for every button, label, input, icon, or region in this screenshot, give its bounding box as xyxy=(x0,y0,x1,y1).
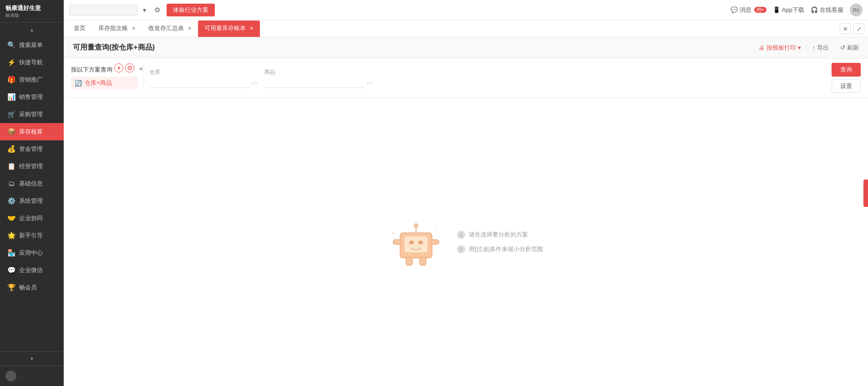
warehouse-more-btn[interactable]: ··· xyxy=(251,79,257,87)
sidebar-item-finance[interactable]: 💰 资金管理 xyxy=(0,140,64,158)
sidebar-item-label: 销售管理 xyxy=(19,93,43,101)
filter-settings-btn[interactable]: ⚙ xyxy=(125,63,134,72)
sidebar-item-label: 基础信息 xyxy=(19,180,43,188)
user-name-display: Rit xyxy=(853,7,859,13)
sidebar-item-label: 资金管理 xyxy=(19,145,43,153)
sidebar-item-inventory[interactable]: 📦 库存核算 xyxy=(0,123,64,140)
filter-scheme-header: 按以下方案查询 + ⚙ « xyxy=(71,63,138,74)
sidebar-item-operation[interactable]: 📋 经营管理 xyxy=(0,158,64,175)
svg-rect-2 xyxy=(409,241,414,244)
empty-svg: ✦ ✦ xyxy=(389,215,443,269)
online-service-btn[interactable]: 🎧 在线客服 xyxy=(811,6,843,14)
tabs-expand-btn[interactable]: ⤢ xyxy=(853,23,864,34)
export-btn[interactable]: ↑ 导出 xyxy=(812,44,829,52)
sidebar-item-base[interactable]: 🗂 基础信息 xyxy=(0,175,64,192)
online-service-label: 在线客服 xyxy=(820,6,843,14)
empty-tip-2: 2 用[过滤]条件来缩小分析范围 xyxy=(457,245,543,253)
filter-area: 按以下方案查询 + ⚙ « 🔄 仓库+商品 仓库 xyxy=(64,58,868,98)
tab-batch-account[interactable]: 库存批次账 ✕ xyxy=(92,21,142,37)
goods-more-btn[interactable]: ··· xyxy=(366,79,372,87)
message-badge: 99+ xyxy=(754,7,766,13)
tab-collect-summary[interactable]: 收发存汇总表 ✕ xyxy=(142,21,198,37)
message-label: 消息 xyxy=(740,6,751,14)
sidebar-item-search[interactable]: 🔍 搜索菜单 xyxy=(0,36,64,54)
finance-icon: 💰 xyxy=(7,145,15,153)
right-edge-handle[interactable] xyxy=(863,180,868,207)
sidebar-item-label: 搜索菜单 xyxy=(19,41,43,49)
warehouse-input[interactable] xyxy=(149,78,249,88)
tabs-bar-right: ✕ ⤢ xyxy=(840,23,864,34)
sidebar-item-sales[interactable]: 📊 销售管理 xyxy=(0,88,64,106)
tab-label: 可用量库存账本 xyxy=(204,24,246,32)
scheme-item-warehouse-goods[interactable]: 🔄 仓库+商品 xyxy=(71,77,138,89)
svg-rect-7 xyxy=(431,240,439,244)
member-icon: 🏆 xyxy=(7,283,15,292)
sidebar-item-purchase[interactable]: 🛒 采购管理 xyxy=(0,106,64,123)
refresh-icon: ↺ xyxy=(840,44,845,51)
tab-close-icon[interactable]: ✕ xyxy=(132,26,136,31)
svg-text:✦: ✦ xyxy=(391,231,395,236)
sidebar-item-label: 快捷导航 xyxy=(19,58,43,67)
marketing-icon: 🎁 xyxy=(7,76,15,84)
sidebar-item-marketing[interactable]: 🎁 营销推广 xyxy=(0,71,64,88)
sidebar-item-appstore[interactable]: 🏪 应用中心 xyxy=(0,244,64,262)
message-icon: 💬 xyxy=(731,6,738,13)
sidebar-scroll-down[interactable]: ▼ xyxy=(27,354,37,364)
print-icon: 🖨 xyxy=(759,44,765,51)
message-btn[interactable]: 💬 消息 99+ xyxy=(731,6,766,14)
svg-rect-6 xyxy=(393,240,401,244)
tab-close-icon[interactable]: ✕ xyxy=(188,26,192,31)
condition-label: 仓库 xyxy=(149,68,257,76)
search-icon: 🔍 xyxy=(7,41,15,49)
divider xyxy=(807,44,807,51)
sidebar-item-guide[interactable]: 🌟 新手引导 xyxy=(0,227,64,244)
app-download-label: App下载 xyxy=(782,6,804,14)
sidebar-item-system[interactable]: ⚙️ 系统管理 xyxy=(0,192,64,210)
sidebar-item-label: 企业微信 xyxy=(19,266,43,274)
page-title: 可用量查询(按仓库+商品) xyxy=(73,43,155,52)
filter-scheme-actions: + ⚙ « xyxy=(114,63,146,73)
scheme-label: 仓库+商品 xyxy=(85,79,112,87)
sidebar-item-wechat[interactable]: 💬 企业微信 xyxy=(0,262,64,279)
empty-state: ✦ ✦ 1 请先选择要分析的方案 2 用[过滤]条件来缩小分析范围 xyxy=(64,98,868,386)
divider xyxy=(834,44,835,51)
app-download-btn[interactable]: 📱 App下载 xyxy=(773,6,804,14)
condition-input-goods: ··· xyxy=(264,78,372,88)
tabs-close-btn[interactable]: ✕ xyxy=(840,23,851,34)
tab-home[interactable]: 首页 xyxy=(67,21,92,37)
sidebar-scroll-up[interactable]: ▲ xyxy=(27,25,37,35)
tab-label: 首页 xyxy=(74,24,86,32)
topbar-gear-btn[interactable]: ⚙ xyxy=(152,5,163,15)
wechat-icon: 💬 xyxy=(7,266,15,274)
sidebar-item-label: 系统管理 xyxy=(19,197,43,205)
sidebar: 畅康通好生意 标准版 ▲ 🔍 搜索菜单 ⚡ 快捷导航 🎁 营销推广 📊 销售管理… xyxy=(0,0,64,386)
search-input[interactable] xyxy=(69,5,137,15)
goods-input[interactable] xyxy=(264,78,365,88)
svg-text:✦: ✦ xyxy=(434,227,437,232)
empty-text: 1 请先选择要分析的方案 2 用[过滤]条件来缩小分析范围 xyxy=(457,231,543,253)
print-btn[interactable]: 🖨 按模板打印 ▾ xyxy=(759,44,801,52)
phone-icon: 📱 xyxy=(773,6,780,13)
sidebar-item-member[interactable]: 🏆 畅会员 xyxy=(0,279,64,296)
svg-point-5 xyxy=(414,224,418,227)
empty-illustration: ✦ ✦ xyxy=(389,215,443,269)
tab-close-icon[interactable]: ✕ xyxy=(249,26,254,31)
user-avatar-btn[interactable]: Rit xyxy=(850,4,863,16)
condition-label: 商品 xyxy=(264,68,372,76)
filter-add-btn[interactable]: + xyxy=(114,63,123,72)
filter-conditions: 仓库 ··· 商品 ··· 查询 设置 xyxy=(149,63,861,93)
sidebar-footer: … xyxy=(0,365,64,386)
refresh-btn[interactable]: ↺ 刷新 xyxy=(840,44,859,52)
filter-collapse-btn[interactable]: « xyxy=(136,63,146,73)
tip-text-1: 请先选择要分析的方案 xyxy=(469,231,528,239)
base-icon: 🗂 xyxy=(7,180,15,187)
search-dropdown-btn[interactable]: ▾ xyxy=(141,5,148,15)
filter-settings-action-btn[interactable]: 设置 xyxy=(832,79,861,93)
sidebar-item-cooperation[interactable]: 🤝 企业协同 xyxy=(0,210,64,227)
query-btn[interactable]: 查询 xyxy=(832,63,861,77)
tab-available-ledger[interactable]: 可用量库存账本 ✕ xyxy=(198,21,260,37)
print-label: 按模板打印 xyxy=(766,44,796,52)
sidebar-item-shortcut[interactable]: ⚡ 快捷导航 xyxy=(0,54,64,71)
trial-btn[interactable]: 体验行业方案 xyxy=(167,4,215,16)
brand-name: 畅康通好生意 xyxy=(5,5,58,12)
